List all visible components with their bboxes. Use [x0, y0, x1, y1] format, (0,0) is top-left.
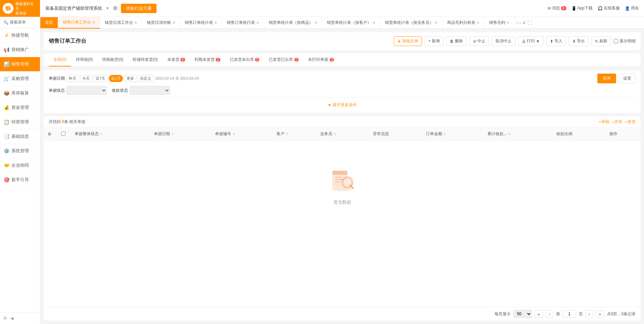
- filter-settings-button[interactable]: 设置: [619, 74, 636, 83]
- sub-tab-not-printed[interactable]: 未打印单据 0: [303, 53, 339, 67]
- date-btn-custom[interactable]: 自定义: [138, 75, 154, 82]
- tab-cash-reconcile[interactable]: 钱货日清对账 ✕: [142, 17, 180, 28]
- show-details-checkbox[interactable]: 显示明细: [614, 38, 636, 44]
- search-button[interactable]: 查询: [597, 74, 616, 83]
- collapse-icon[interactable]: ◀: [10, 316, 13, 321]
- ship-action[interactable]: 发货: [625, 119, 636, 125]
- expand-filter-button[interactable]: ▼ 展开更多条件: [326, 100, 358, 110]
- sort-doc-status[interactable]: ⇅: [100, 132, 102, 136]
- tab-sales-stats[interactable]: 销售订单统计表 ✕: [180, 17, 222, 28]
- sub-tab-shipped-not-in[interactable]: 已发货未出库 0: [225, 53, 264, 67]
- tab-close-sales-workbench[interactable]: ✕: [92, 21, 95, 24]
- col-checkbox-header[interactable]: [57, 128, 71, 140]
- add-button[interactable]: + 新增: [425, 36, 443, 46]
- tab-close-cash-daily[interactable]: ✕: [134, 21, 137, 25]
- dropdown-arrow-icon[interactable]: ▼: [105, 6, 110, 11]
- status-select[interactable]: [67, 86, 107, 95]
- message-button[interactable]: ✉ 消息 6: [548, 5, 566, 11]
- sub-tab-shipped-out[interactable]: 已发货已出库 0: [264, 53, 303, 67]
- tab-maximize-icon[interactable]: ⛶: [527, 20, 532, 26]
- last-page-button[interactable]: »: [596, 310, 604, 318]
- sort-collected[interactable]: ⇅: [508, 132, 511, 136]
- sub-tab-pending-inspection[interactable]: 待拣验货(0): [97, 53, 128, 67]
- delete-button[interactable]: 🗑 删除: [446, 36, 467, 46]
- app-download-button[interactable]: 📱 App下载: [571, 5, 593, 11]
- tab-close-cash-reconcile[interactable]: ✕: [172, 21, 175, 25]
- sidebar-item-sales[interactable]: 📊 销售管理: [0, 57, 40, 72]
- sidebar-item-finance[interactable]: 💰 资金管理: [0, 100, 40, 115]
- sub-tab-wangpu[interactable]: 旺铺待发货(0): [128, 53, 163, 67]
- tab-next-icon[interactable]: ›: [519, 20, 521, 26]
- settings-icon[interactable]: ⚙: [113, 5, 118, 11]
- tab-product-margin[interactable]: 商品毛利分析表 ✕: [442, 17, 484, 28]
- sidebar-item-purchase[interactable]: 🛒 采购管理: [0, 72, 40, 86]
- tab-close-sales-summary-product[interactable]: ✕: [314, 21, 317, 25]
- sidebar-item-beginner[interactable]: 🎯 新手引导: [0, 173, 40, 187]
- export-button[interactable]: ⬇ 导出: [569, 36, 589, 46]
- sort-staff[interactable]: ⇅: [334, 132, 336, 136]
- smart-create-button[interactable]: ★ 智能生单: [394, 36, 422, 46]
- tab-home[interactable]: 首页: [40, 17, 58, 28]
- sub-tab-all[interactable]: 全部(0): [49, 53, 71, 67]
- next-page-button[interactable]: ›: [586, 310, 593, 318]
- date-btn-today[interactable]: 今天: [80, 75, 92, 82]
- tab-close-all-icon[interactable]: ✕: [522, 20, 526, 26]
- sidebar-item-system[interactable]: ⚙️ 系统管理: [0, 144, 40, 158]
- tab-sales-workbench[interactable]: 销售订单工作台 ✕: [58, 17, 100, 29]
- sidebar-item-enterprise[interactable]: 🤝 企业协同: [0, 158, 40, 173]
- sidebar-item-quick-nav[interactable]: ⚡ 快捷导航: [0, 28, 40, 43]
- tab-sales-summary-staff[interactable]: 销货单统计表（按业务员） ✕: [380, 17, 442, 28]
- col-settings[interactable]: ⚙: [44, 128, 57, 140]
- star-icon: ★: [397, 39, 401, 44]
- svg-rect-6: [335, 177, 342, 178]
- sort-amount[interactable]: ⇅: [443, 132, 446, 136]
- date-btn-7days[interactable]: 近7天: [93, 75, 108, 82]
- sub-tab-overdue-not-shipped[interactable]: 到期未发货 0: [190, 53, 225, 67]
- sort-doc-date[interactable]: ⇅: [171, 132, 174, 136]
- sidebar-item-inventory[interactable]: 📦 库存核算: [0, 86, 40, 100]
- sort-doc-no[interactable]: ⇅: [232, 132, 235, 136]
- tab-cash-daily[interactable]: 钱货日清工作台 ✕: [100, 17, 142, 28]
- tab-close-sales-stats[interactable]: ✕: [214, 21, 217, 25]
- date-btn-yesterday[interactable]: 昨天: [67, 75, 79, 82]
- user-menu[interactable]: 👤 用友: [625, 5, 639, 11]
- tab-close-sales-profit[interactable]: ✕: [507, 21, 509, 25]
- suspend-button[interactable]: ⊘ 中止: [469, 36, 489, 46]
- sub-tab-pending-review[interactable]: 待审核(0): [71, 53, 98, 67]
- tab-close-sales-summary-customer[interactable]: ✕: [373, 21, 375, 25]
- unreview-action[interactable]: 弃审: [612, 119, 622, 125]
- print-button[interactable]: 🖨 打印 ▼: [518, 36, 544, 46]
- page-size-select[interactable]: 50 100 200: [513, 310, 532, 318]
- payment-select[interactable]: [130, 86, 170, 95]
- show-details-input[interactable]: [614, 39, 618, 43]
- prev-page-button[interactable]: ‹: [546, 310, 553, 318]
- tab-prev-icon[interactable]: ‹: [516, 20, 518, 26]
- tab-close-sales-summary-staff[interactable]: ✕: [435, 21, 437, 25]
- tab-sales-profit[interactable]: 销售毛利 ✕: [484, 17, 514, 28]
- cancel-suspend-button[interactable]: 取消中止: [492, 36, 515, 46]
- sort-customer[interactable]: ⇅: [286, 132, 289, 136]
- page-number-input[interactable]: [563, 310, 576, 318]
- sidebar-item-operations[interactable]: 📋 经营管理: [0, 115, 40, 129]
- select-all-checkbox[interactable]: [61, 131, 66, 136]
- first-page-button[interactable]: «: [534, 310, 543, 318]
- sidebar-search[interactable]: 🔍 搜索菜单: [0, 17, 40, 28]
- sub-tab-not-shipped[interactable]: 未发货 0: [163, 53, 190, 67]
- sidebar-item-marketing[interactable]: 📢 营销推广: [0, 43, 40, 57]
- tab-sales-summary-customer[interactable]: 销货单统计表（按客户） ✕: [322, 17, 380, 28]
- tab-close-product-margin[interactable]: ✕: [477, 21, 479, 25]
- empty-icon: [326, 161, 359, 194]
- date-btn-more[interactable]: 更多: [124, 75, 136, 82]
- review-action[interactable]: 审核: [599, 119, 609, 125]
- tab-sales-execute[interactable]: 销售订单执行表 ✕: [222, 17, 264, 28]
- industry-solution-button[interactable]: 体验行业方案: [121, 4, 157, 13]
- date-btn-1month[interactable]: 近1月: [109, 75, 123, 82]
- settings-bottom-icon[interactable]: ⚙: [3, 316, 7, 321]
- tab-close-sales-execute[interactable]: ✕: [256, 21, 259, 25]
- tab-sales-summary-product[interactable]: 销货单统计表（按商品） ✕: [264, 17, 322, 28]
- col-doc-no: 单据编号 ⇅: [211, 128, 272, 140]
- import-button[interactable]: ⬆ 导入: [546, 36, 566, 46]
- online-service-button[interactable]: 🎧 在线客服: [598, 5, 620, 11]
- sidebar-item-basic-info[interactable]: 📑 基础信息: [0, 129, 40, 144]
- refresh-button[interactable]: ↻ 刷新: [591, 36, 611, 46]
